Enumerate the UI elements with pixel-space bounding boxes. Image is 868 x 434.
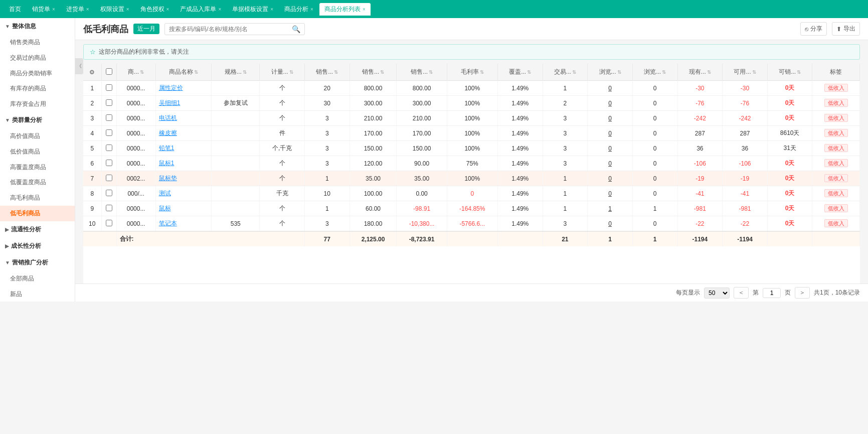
- nav-close-template[interactable]: ×: [270, 7, 273, 12]
- col-coverage[interactable]: 覆盖...⇅: [497, 64, 543, 81]
- row-select-checkbox[interactable]: [106, 114, 112, 121]
- col-code[interactable]: 商...⇅: [116, 64, 155, 81]
- row-checkbox[interactable]: [101, 186, 116, 201]
- nav-product-analysis[interactable]: 商品分析 ×: [279, 3, 318, 16]
- col-settings[interactable]: ⚙: [83, 64, 101, 81]
- nav-product-stock[interactable]: 产成品入库单 ×: [175, 3, 226, 16]
- row-select-checkbox[interactable]: [106, 144, 112, 151]
- sidebar-item-category-rate[interactable]: 商品分类助销率: [0, 66, 75, 81]
- sidebar-section-growth[interactable]: ▶ 成长性分析: [0, 238, 75, 254]
- row-name[interactable]: 属性定价: [155, 81, 212, 96]
- row-select-checkbox[interactable]: [106, 129, 112, 136]
- row-checkbox[interactable]: [101, 81, 116, 96]
- row-checkbox[interactable]: [101, 96, 116, 111]
- nav-close-product-stock[interactable]: ×: [218, 7, 221, 12]
- row-name[interactable]: 橡皮擦: [155, 126, 212, 141]
- sidebar-item-high-margin[interactable]: 高毛利商品: [0, 190, 75, 206]
- row-name[interactable]: 鼠标: [155, 201, 212, 216]
- sidebar-item-all-products[interactable]: 全部商品: [0, 271, 75, 286]
- sidebar-section-liquidity[interactable]: ▶ 流通性分析: [0, 221, 75, 238]
- row-name[interactable]: 鼠标1: [155, 156, 212, 171]
- nav-close-purchase[interactable]: ×: [86, 7, 89, 12]
- row-checkbox[interactable]: [101, 156, 116, 171]
- sidebar-item-in-stock[interactable]: 有库存的商品: [0, 81, 75, 96]
- nav-close-permissions[interactable]: ×: [126, 7, 129, 12]
- sidebar-item-low-margin[interactable]: 低毛利商品: [0, 206, 75, 221]
- nav-sales-order[interactable]: 销货单 ×: [27, 3, 60, 16]
- row-browse1[interactable]: 0: [588, 156, 633, 171]
- row-select-checkbox[interactable]: [106, 175, 112, 181]
- sidebar-section-cluster[interactable]: ▼ 类群量分析: [0, 112, 75, 128]
- col-sales-price[interactable]: 销售...⇅: [350, 64, 397, 81]
- row-name[interactable]: 吴细细1: [155, 96, 212, 111]
- row-name[interactable]: 鼠标垫: [155, 171, 212, 186]
- sidebar-section-marketing[interactable]: ▼ 营销推广分析: [0, 254, 75, 271]
- search-icon[interactable]: 🔍: [292, 25, 300, 33]
- next-page-button[interactable]: ＞: [795, 287, 810, 299]
- row-checkbox[interactable]: [101, 216, 116, 232]
- row-select-checkbox[interactable]: [106, 190, 112, 196]
- row-select-checkbox[interactable]: [106, 84, 112, 91]
- per-page-select[interactable]: 50 100 200: [704, 287, 730, 299]
- nav-close-role[interactable]: ×: [166, 7, 169, 12]
- row-name[interactable]: 电话机: [155, 111, 212, 126]
- col-browse1[interactable]: 浏览...⇅: [588, 64, 633, 81]
- share-button[interactable]: ⎋ 分享: [800, 22, 827, 36]
- nav-close-sales[interactable]: ×: [52, 7, 55, 12]
- row-select-checkbox[interactable]: [106, 220, 112, 226]
- nav-home[interactable]: 首页: [4, 3, 26, 16]
- row-name[interactable]: 测试: [155, 186, 212, 201]
- sidebar-item-sales-products[interactable]: 销售类商品: [0, 35, 75, 50]
- col-checkbox-all[interactable]: [101, 64, 116, 81]
- col-trade[interactable]: 交易...⇅: [543, 64, 588, 81]
- col-sellable[interactable]: 可销...⇅: [767, 64, 812, 81]
- row-browse1[interactable]: 0: [588, 81, 633, 96]
- row-select-checkbox[interactable]: [106, 99, 112, 106]
- time-badge[interactable]: 近一月: [133, 24, 159, 34]
- col-browse2[interactable]: 浏览...⇅: [632, 64, 677, 81]
- row-checkbox[interactable]: [101, 126, 116, 141]
- sidebar-item-high-coverage[interactable]: 高覆盖度商品: [0, 160, 75, 175]
- nav-role-auth[interactable]: 角色授权 ×: [135, 3, 175, 16]
- sidebar-item-low-value[interactable]: 低价值商品: [0, 144, 75, 160]
- row-name[interactable]: 铅笔1: [155, 141, 212, 156]
- row-browse1[interactable]: 0: [588, 141, 633, 156]
- sidebar-section-general[interactable]: ▼ 整体信息: [0, 18, 75, 35]
- nav-close-product-list[interactable]: ×: [363, 7, 366, 12]
- prev-page-button[interactable]: ＜: [734, 287, 749, 299]
- row-select-checkbox[interactable]: [106, 160, 112, 166]
- col-current-stock[interactable]: 现有...⇅: [677, 64, 723, 81]
- row-browse1[interactable]: 0: [588, 186, 633, 201]
- col-available[interactable]: 可用...⇅: [723, 64, 768, 81]
- col-sales-amount[interactable]: 销售...⇅: [397, 64, 447, 81]
- row-name[interactable]: 笔记本: [155, 216, 212, 232]
- row-browse1[interactable]: 0: [588, 96, 633, 111]
- col-gross-margin[interactable]: 毛利率⇅: [447, 64, 497, 81]
- sidebar-item-new-products[interactable]: 新品: [0, 286, 75, 302]
- row-browse1[interactable]: 0: [588, 171, 633, 186]
- nav-permissions[interactable]: 权限设置 ×: [95, 3, 134, 16]
- sidebar-item-low-coverage[interactable]: 低覆盖度商品: [0, 175, 75, 190]
- sidebar-item-high-value[interactable]: 高价值商品: [0, 128, 75, 144]
- col-name[interactable]: 商品名称⇅: [155, 64, 212, 81]
- row-browse1[interactable]: 0: [588, 216, 633, 232]
- row-checkbox[interactable]: [101, 201, 116, 216]
- col-spec[interactable]: 规格...⇅: [212, 64, 260, 81]
- row-browse1[interactable]: 0: [588, 126, 633, 141]
- nav-product-analysis-list[interactable]: 商品分析列表 ×: [319, 3, 371, 16]
- col-unit[interactable]: 计量...⇅: [260, 64, 305, 81]
- select-all-checkbox[interactable]: [106, 68, 112, 75]
- row-checkbox[interactable]: [101, 141, 116, 156]
- sidebar-collapse-button[interactable]: 《: [75, 58, 83, 74]
- col-sales-qty[interactable]: 销售...⇅: [304, 64, 350, 81]
- nav-template-settings[interactable]: 单据模板设置 ×: [227, 3, 278, 16]
- page-input[interactable]: [763, 288, 781, 298]
- search-input[interactable]: [169, 26, 292, 33]
- nav-close-product-analysis[interactable]: ×: [310, 7, 313, 12]
- row-checkbox[interactable]: [101, 111, 116, 126]
- row-browse1[interactable]: 0: [588, 111, 633, 126]
- sidebar-item-traded-products[interactable]: 交易过的商品: [0, 50, 75, 66]
- export-button[interactable]: ⬆ 导出: [832, 22, 860, 36]
- sidebar-item-stock-capital[interactable]: 库存资金占用: [0, 96, 75, 112]
- row-checkbox[interactable]: [101, 171, 116, 186]
